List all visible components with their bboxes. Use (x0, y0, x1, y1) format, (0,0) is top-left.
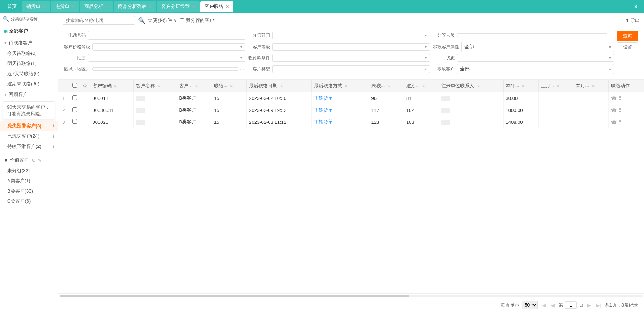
action-more-icon[interactable]: ⠿ (618, 119, 622, 125)
action-phone-icon[interactable]: ☎ (611, 108, 617, 113)
query-button[interactable]: 查询 (617, 31, 638, 41)
filter-customer-type-select[interactable]: ▾ (272, 65, 430, 73)
filter-payment-select[interactable]: ▾ (272, 54, 430, 62)
per-page-select[interactable]: 50 (522, 301, 538, 309)
filter-retail-customer-select[interactable]: 全部 ▾ (457, 64, 614, 74)
cell-checkbox[interactable] (69, 104, 80, 116)
sidebar-all-customers[interactable]: ⊞ 全部客户 « (0, 25, 58, 37)
tab-customer-contact-close[interactable]: ✕ (226, 4, 229, 9)
th-name[interactable]: 客户名称 ⇅ (133, 80, 177, 92)
filter-region-select[interactable] (92, 67, 238, 71)
uncontacted-sort-icon[interactable]: ⇅ (387, 84, 390, 88)
pagination-last-button[interactable]: ▶| (595, 302, 602, 309)
cell-checkbox[interactable] (69, 92, 80, 104)
th-last-contact-method[interactable]: 最后联络方式 ⇅ (311, 80, 369, 92)
contact-method-link[interactable]: 下销货单 (314, 119, 333, 125)
churn-warning-info-icon[interactable]: ℹ (53, 124, 54, 129)
filter-region-dots[interactable]: ··· (238, 66, 245, 72)
code-sort-icon[interactable]: ⇅ (114, 84, 117, 88)
th-current-year[interactable]: 本年... ⇅ (503, 80, 538, 92)
tab-analysis[interactable]: 商品分析 ✕ (80, 1, 113, 12)
cell-checkbox[interactable] (69, 116, 80, 128)
th-last-month[interactable]: 上月... ⇅ (538, 80, 573, 92)
sidebar-search-input[interactable] (11, 16, 55, 21)
sidebar-collapse-icon[interactable]: « (52, 29, 54, 34)
filter-manager-dots[interactable]: ··· (607, 33, 614, 38)
last-month-sort-icon[interactable]: ⇅ (556, 84, 559, 88)
th-settings[interactable]: ⚙ (80, 80, 90, 92)
filter-search-button[interactable]: 🔍 (138, 17, 145, 24)
sidebar-item-ungrouped[interactable]: 未分组(32) (0, 166, 58, 176)
declining-customers-info-icon[interactable]: ℹ (53, 144, 54, 149)
filter-price-level-select[interactable]: ▾ (92, 43, 245, 51)
sidebar-item-declining-customers[interactable]: 持续下滑客户(2) ℹ (0, 141, 58, 151)
partner-sort-icon[interactable]: ⇅ (477, 84, 480, 88)
cell-last-contact-method[interactable]: 下销货单 (311, 104, 369, 116)
tab-purchase[interactable]: 进货单 ✕ (51, 1, 79, 12)
cell-last-contact-method[interactable]: 下销货单 (311, 116, 369, 128)
contact-method-link[interactable]: 下销货单 (314, 107, 333, 113)
export-button[interactable]: ⬆ 导出 (625, 17, 640, 24)
sidebar-item-churn-warning[interactable]: 流失预警客户(3) ℹ (0, 121, 58, 131)
value-refresh-icon[interactable]: ↻ (32, 158, 36, 163)
sidebar-item-overdue-pending[interactable]: 逾期未联络(30) (0, 79, 58, 89)
th-last-contact-date[interactable]: 最后联络日期 ⇅ (247, 80, 311, 92)
contact-sort-icon[interactable]: ⇅ (230, 84, 233, 88)
tab-purchase-close[interactable]: ✕ (72, 4, 75, 9)
pagination-prev-button[interactable]: ◀ (550, 302, 556, 309)
th-type[interactable]: 客户... ⇅ (177, 80, 212, 92)
th-overdue[interactable]: 逾期... ⇅ (404, 80, 439, 92)
select-all-checkbox[interactable] (72, 83, 77, 88)
row-checkbox[interactable] (72, 95, 77, 100)
pagination-first-button[interactable]: |◀ (540, 302, 547, 309)
tab-customer-segment-close[interactable]: ✕ (192, 4, 195, 9)
th-uncontacted[interactable]: 未联... ⇅ (369, 80, 404, 92)
last-method-sort-icon[interactable]: ⇅ (345, 84, 347, 88)
current-year-sort-icon[interactable]: ⇅ (522, 84, 524, 88)
sidebar-group-value-header[interactable]: ▼ 价值客户 ↻ ✎ (0, 155, 58, 166)
this-month-sort-icon[interactable]: ⇅ (592, 84, 595, 88)
page-input[interactable] (565, 301, 577, 309)
action-phone-icon[interactable]: ☎ (611, 119, 617, 125)
sidebar-item-tomorrow-pending[interactable]: 明天待联络(1) (0, 58, 58, 69)
name-sort-icon[interactable]: ⇅ (157, 84, 160, 88)
horizontal-scrollbar[interactable] (58, 293, 644, 298)
filter-manager-select[interactable] (457, 33, 607, 37)
th-partner-contact[interactable]: 往来单位联系人 ⇅ (439, 80, 503, 92)
contact-method-link[interactable]: 下销货单 (314, 95, 333, 101)
action-phone-icon[interactable]: ☎ (611, 96, 617, 101)
action-more-icon[interactable]: ⠿ (618, 96, 622, 101)
filter-status-select[interactable]: ▾ (457, 54, 614, 62)
tab-sales-close[interactable]: ✕ (43, 4, 46, 9)
tab-customer-contact[interactable]: 客户联络 ✕ (200, 1, 233, 12)
sidebar-item-class-c[interactable]: C类客户(6) (0, 196, 58, 206)
window-close-icon[interactable]: ✕ (631, 3, 641, 10)
overdue-sort-icon[interactable]: ⇅ (422, 84, 425, 88)
th-code[interactable]: 客户编码 ⇅ (90, 80, 133, 92)
filter-more-conditions-button[interactable]: ▽ 更多条件 ∧ (148, 17, 177, 24)
filter-my-customers-checkbox[interactable]: 我分管的客户 (180, 17, 214, 24)
pagination-next-button[interactable]: ▶ (586, 302, 592, 309)
tab-sales[interactable]: 销货单 ✕ (22, 1, 50, 12)
row-checkbox[interactable] (72, 107, 77, 112)
filter-gender-select[interactable]: ▾ (88, 54, 245, 62)
sidebar-item-week-pending[interactable]: 近7天待联络(0) (0, 69, 58, 79)
tab-analysis-close[interactable]: ✕ (105, 4, 109, 9)
filter-level-select[interactable]: ▾ (272, 43, 430, 51)
scrollbar-track[interactable] (60, 295, 643, 297)
sidebar-item-lost-customers[interactable]: 已流失客户(24) ℹ (0, 131, 58, 141)
tab-customer-segment[interactable]: 客户分层经营 ✕ (157, 1, 200, 12)
type-sort-icon[interactable]: ⇅ (195, 84, 198, 88)
th-checkbox[interactable] (69, 80, 80, 92)
sidebar-group-churn-title[interactable]: ▼ 回顾客户 (0, 89, 58, 100)
filter-phone-input[interactable] (88, 31, 245, 40)
my-customers-checkbox-input[interactable] (180, 18, 184, 23)
filter-dept-select[interactable]: ▾ (272, 32, 430, 39)
last-date-sort-icon[interactable]: ⇅ (280, 84, 283, 88)
value-edit-icon[interactable]: ✎ (38, 158, 42, 163)
action-more-icon[interactable]: ⠿ (618, 108, 622, 113)
filter-search-input[interactable] (63, 16, 135, 25)
scrollbar-thumb[interactable] (60, 295, 409, 297)
th-contact[interactable]: 联络... ⇅ (212, 80, 246, 92)
sidebar-group-pending-title[interactable]: ▼ 待联络客户 (0, 37, 58, 48)
